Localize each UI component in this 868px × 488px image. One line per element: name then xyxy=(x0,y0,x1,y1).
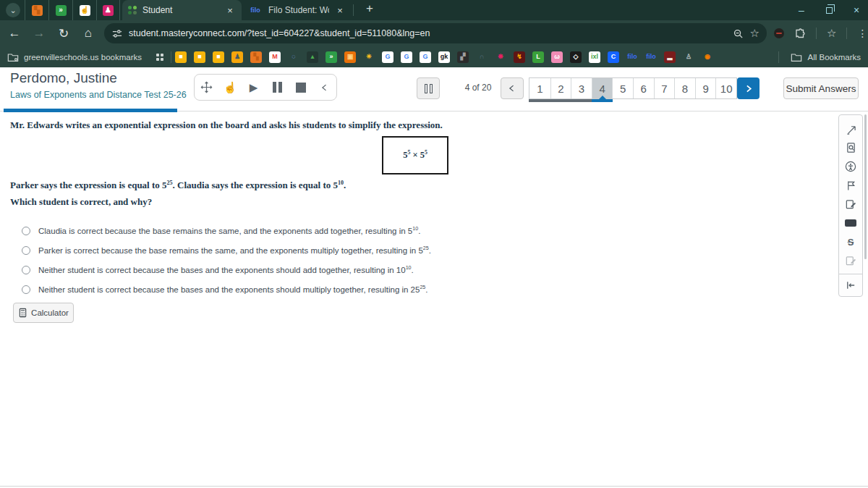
pinned-tab[interactable]: ☝ xyxy=(72,0,96,20)
browser-menu-icon[interactable]: ⋮ xyxy=(857,28,867,39)
bookmark-star-icon[interactable]: ☆ xyxy=(750,27,760,40)
line-reader-icon[interactable] xyxy=(839,214,862,232)
bookmark-item[interactable]: G xyxy=(397,46,416,67)
bookmark-item[interactable]: ■ xyxy=(171,46,190,67)
page-number-button[interactable]: 3 xyxy=(571,78,592,98)
pause-icon[interactable] xyxy=(268,79,286,96)
radio-button[interactable] xyxy=(22,227,30,235)
tune-icon[interactable] xyxy=(111,28,122,39)
tab-search-button[interactable]: ⌄ xyxy=(6,3,20,17)
bookmark-item[interactable]: ∩ xyxy=(472,46,491,67)
new-tab-button[interactable]: + xyxy=(361,0,378,17)
page-number-button[interactable]: 1 xyxy=(529,78,550,98)
answer-option-row: Neither student is correct because the b… xyxy=(22,279,673,299)
bookmark-item[interactable]: ◌ xyxy=(284,46,303,67)
bookmark-item[interactable]: ▚ xyxy=(247,46,265,67)
bookmark-item[interactable]: M xyxy=(265,46,284,67)
bookmark-item[interactable]: ▞ xyxy=(454,46,472,67)
answer-eliminator-icon[interactable]: S xyxy=(839,232,862,251)
tab-filo[interactable]: filo Filo Student: World's Only Live × xyxy=(242,0,352,20)
restore-button[interactable] xyxy=(823,4,835,16)
zoom-preview-icon[interactable] xyxy=(839,138,862,157)
bookmark-favicon: G xyxy=(401,51,412,63)
home-button[interactable]: ⌂ xyxy=(78,23,98,43)
stop-icon[interactable] xyxy=(292,79,310,96)
bookmark-item[interactable]: ■ xyxy=(190,46,209,67)
collapse-sidebar-button[interactable] xyxy=(838,274,863,297)
page-number-button[interactable]: 2 xyxy=(550,78,571,98)
page-number-button[interactable]: 8 xyxy=(674,78,695,98)
bookmark-item[interactable]: ω xyxy=(548,46,566,67)
bookmark-item[interactable]: ❋ xyxy=(491,46,510,67)
chevron-down-icon: ⌄ xyxy=(9,6,16,15)
bookmark-item[interactable]: ♟ xyxy=(228,46,247,67)
play-icon[interactable]: ▶ xyxy=(245,79,263,96)
submit-answers-button[interactable]: Submit Answers xyxy=(783,77,859,99)
pointer-finger-icon[interactable]: ☝ xyxy=(221,79,239,96)
close-window-button[interactable]: × xyxy=(851,4,862,16)
page-number-button[interactable]: 7 xyxy=(654,78,675,98)
reload-button[interactable]: ↻ xyxy=(54,23,74,43)
bookmark-item[interactable]: C xyxy=(604,46,623,67)
question-ask: Which student is correct, and why? xyxy=(10,196,152,208)
page-number-button[interactable]: 4 xyxy=(592,78,613,98)
zoom-icon[interactable] xyxy=(733,28,744,39)
bookmark-item[interactable]: G xyxy=(378,46,397,67)
bookmark-item[interactable]: filo xyxy=(623,46,642,67)
bookmark-item[interactable]: L xyxy=(529,46,548,67)
bookmark-item[interactable]: ♙ xyxy=(679,46,698,67)
address-bar[interactable]: student.masteryconnect.com/?test_id=6042… xyxy=(104,23,767,43)
flag-icon[interactable] xyxy=(839,176,862,195)
calculator-button[interactable]: Calculator xyxy=(13,303,74,323)
bookmark-item[interactable]: filo xyxy=(642,46,660,67)
apps-grid-icon[interactable] xyxy=(156,54,163,61)
move-icon[interactable] xyxy=(197,79,215,96)
bookmark-item[interactable]: » xyxy=(322,46,341,67)
managed-bookmarks-label[interactable]: greenvilleschools.us bookmarks xyxy=(24,53,142,62)
bookmark-item[interactable]: ◇ xyxy=(566,46,585,67)
answer-option-row: Neither student is correct because the b… xyxy=(22,260,673,279)
pause-test-button[interactable] xyxy=(417,77,440,99)
tab-close-icon[interactable]: × xyxy=(224,4,236,16)
bookmark-favicon: ■ xyxy=(213,51,224,63)
sparkle-star-icon[interactable]: ☆ xyxy=(827,27,836,40)
bookmark-item[interactable]: ◉ xyxy=(698,46,717,67)
extensions-puzzle-icon[interactable] xyxy=(794,28,806,39)
bookmark-item[interactable]: ▂ xyxy=(660,46,679,67)
tab-close-icon[interactable]: × xyxy=(334,4,346,16)
forward-button[interactable]: → xyxy=(29,23,49,43)
radio-button[interactable] xyxy=(22,285,30,294)
scrollbar[interactable] xyxy=(864,114,867,259)
minimize-button[interactable]: – xyxy=(796,4,807,16)
scratchpad-icon[interactable] xyxy=(839,195,862,214)
accessibility-icon[interactable] xyxy=(839,157,862,176)
page-number-button[interactable]: 10 xyxy=(715,78,736,98)
chevron-left-icon[interactable] xyxy=(316,79,333,96)
bookmark-item[interactable]: ↯ xyxy=(510,46,529,67)
fullscreen-icon[interactable] xyxy=(839,119,862,138)
managed-bookmarks-folder-icon[interactable] xyxy=(7,52,19,62)
radio-button[interactable] xyxy=(22,266,30,274)
extension-agent-icon[interactable] xyxy=(774,28,784,38)
previous-question-button[interactable] xyxy=(501,77,524,99)
page-number-button[interactable]: 9 xyxy=(695,78,716,98)
bookmark-item[interactable]: ✳ xyxy=(359,46,378,67)
page-number-button[interactable]: 6 xyxy=(633,78,654,98)
bookmark-item[interactable]: G xyxy=(416,46,435,67)
tab-student[interactable]: Student × xyxy=(122,0,242,20)
pinned-tab[interactable]: ▚ xyxy=(25,0,48,20)
pinned-tab[interactable]: » xyxy=(48,0,72,20)
bookmark-item[interactable]: ▴ xyxy=(303,46,322,67)
page-number-button[interactable]: 5 xyxy=(612,78,633,98)
all-bookmarks[interactable]: All Bookmarks xyxy=(778,46,861,67)
next-question-button[interactable] xyxy=(737,77,760,99)
pinned-tab[interactable]: ♟ xyxy=(96,0,120,20)
bookmark-item[interactable]: gk xyxy=(435,46,454,67)
bookmark-item[interactable]: ixl xyxy=(585,46,604,67)
bookmark-item[interactable]: ▣ xyxy=(341,46,359,67)
bookmark-item[interactable]: ■ xyxy=(209,46,228,67)
back-button[interactable]: ← xyxy=(4,23,25,43)
option-label: Neither student is correct because the b… xyxy=(38,285,428,294)
toolbar-divider xyxy=(816,28,817,39)
radio-button[interactable] xyxy=(22,246,30,255)
